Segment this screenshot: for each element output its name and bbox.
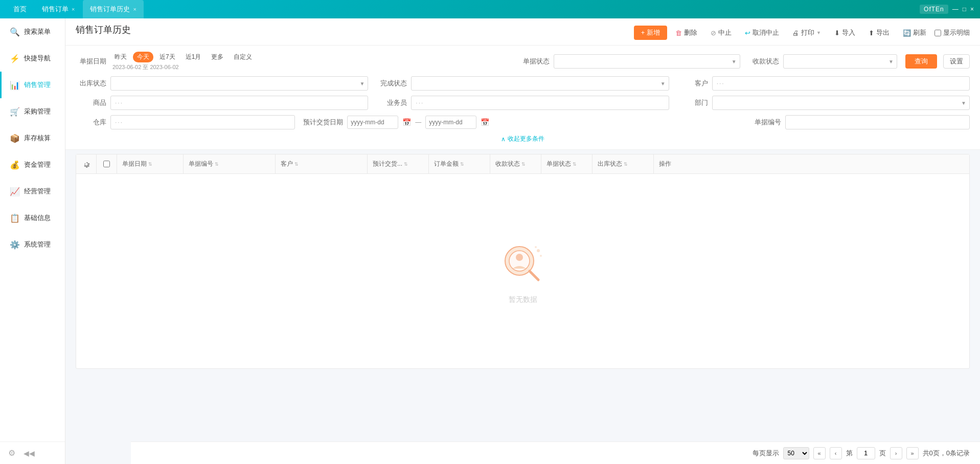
main-content: 销售订单历史 + 新增 🗑 删除 ⊘ 中止 ↩ 取消中止 🖨 xyxy=(65,18,980,464)
date-separator: — xyxy=(415,119,421,126)
page-suffix: 页 xyxy=(879,449,886,458)
delivery-date-to[interactable] xyxy=(425,116,476,129)
date-today-btn[interactable]: 今天 xyxy=(133,52,153,62)
complete-status-label: 完成状态 xyxy=(376,79,407,88)
warehouse-select[interactable]: ··· xyxy=(110,115,295,129)
collapse-button[interactable]: ∧ 收起更多条件 xyxy=(76,135,970,143)
sidebar-settings-icon[interactable]: ⚙ xyxy=(8,448,15,458)
tab-sales-order-history[interactable]: 销售订单历史 × xyxy=(83,0,143,18)
window-maximize[interactable]: □ xyxy=(963,6,966,13)
delete-button[interactable]: 🗑 删除 xyxy=(670,26,702,39)
th-no-sort: ⇅ xyxy=(215,162,219,167)
complete-status-select[interactable]: ▼ xyxy=(411,76,669,91)
customer-label: 客户 xyxy=(677,79,708,88)
print-button[interactable]: 🖨 打印 ▼ xyxy=(787,26,826,39)
new-button-label: + 新增 xyxy=(641,29,660,36)
sidebar-item-search[interactable]: 🔍 搜索菜单 xyxy=(0,18,65,45)
prev-page-button[interactable]: ‹ xyxy=(830,447,842,459)
settings-button[interactable]: 设置 xyxy=(943,54,970,69)
display-detail-checkbox[interactable]: 显示明细 xyxy=(935,28,970,37)
th-pay-status[interactable]: 收款状态 ⇅ xyxy=(490,154,541,173)
filter-warehouse-item: 仓库 ··· xyxy=(76,115,295,129)
sidebar-item-inventory[interactable]: 📦 库存核算 xyxy=(0,125,65,151)
customer-select[interactable]: ··· xyxy=(712,76,970,91)
th-delivery[interactable]: 预计交货... ⇅ xyxy=(368,154,429,173)
cancel-stop-button[interactable]: ↩ 取消中止 xyxy=(740,26,784,39)
date-label: 单据日期 xyxy=(76,57,106,66)
tab-sales-order[interactable]: 销售订单 × xyxy=(35,0,82,18)
page-label: 第 xyxy=(846,449,853,458)
next-page-icon: › xyxy=(895,450,897,456)
date-custom-btn[interactable]: 自定义 xyxy=(230,52,256,62)
sidebar-item-sales[interactable]: 📊 销售管理 xyxy=(0,72,65,98)
th-bill-status[interactable]: 单据状态 ⇅ xyxy=(541,154,592,173)
refresh-button[interactable]: 🔄 刷新 xyxy=(898,26,931,39)
th-checkbox[interactable] xyxy=(97,154,117,173)
date-yesterday-btn[interactable]: 昨天 xyxy=(110,52,131,62)
date-more-btn[interactable]: 更多 xyxy=(207,52,227,62)
collapse-label: 收起更多条件 xyxy=(508,135,544,143)
table-header: 单据日期 ⇅ 单据编号 ⇅ 客户 ⇅ 预计交货... ⇅ 订单金额 ⇅ 收款状态… xyxy=(76,154,969,174)
th-out-status[interactable]: 出库状态 ⇅ xyxy=(592,154,654,173)
warehouse-label: 仓库 xyxy=(76,118,106,127)
out-status-select[interactable]: ▼ xyxy=(110,76,368,91)
sidebar-item-nav[interactable]: ⚡ 快捷导航 xyxy=(0,45,65,72)
date-7days-btn[interactable]: 近7天 xyxy=(155,52,179,62)
th-settings[interactable] xyxy=(76,154,97,173)
window-minimize[interactable]: — xyxy=(952,6,959,13)
export-button[interactable]: ⬆ 导出 xyxy=(863,26,895,39)
sidebar-item-base[interactable]: 📋 基础信息 xyxy=(0,205,65,231)
out-status-chevron: ▼ xyxy=(359,81,364,86)
base-icon: 📋 xyxy=(10,213,20,223)
calendar-icon-from[interactable]: 📅 xyxy=(402,118,411,126)
goods-select[interactable]: ··· xyxy=(110,96,368,110)
sidebar-collapse-icon[interactable]: ◀◀ xyxy=(24,449,35,457)
sidebar-item-system-label: 系统管理 xyxy=(24,240,51,249)
sidebar-item-operation-label: 经营管理 xyxy=(24,187,51,196)
first-page-button[interactable]: « xyxy=(813,447,826,459)
bill-status-label: 单据状态 xyxy=(519,57,550,66)
import-button[interactable]: ⬇ 导入 xyxy=(829,26,860,39)
th-out-status-sort: ⇅ xyxy=(624,162,628,167)
bill-status-select[interactable]: ▼ xyxy=(554,54,740,69)
th-amount[interactable]: 订单金额 ⇅ xyxy=(429,154,490,173)
svg-point-4 xyxy=(537,249,540,252)
th-customer[interactable]: 客户 ⇅ xyxy=(276,154,368,173)
page-input[interactable] xyxy=(857,447,875,459)
sidebar-item-purchase[interactable]: 🛒 采购管理 xyxy=(0,98,65,125)
tab-sales-order-close[interactable]: × xyxy=(72,6,75,12)
department-select[interactable]: ▼ xyxy=(712,96,970,110)
select-all-checkbox[interactable] xyxy=(103,161,110,167)
filter-pay-status-item: 收款状态 ▼ 查询 设置 xyxy=(748,54,970,69)
delete-label: 删除 xyxy=(684,28,697,37)
table-container: 单据日期 ⇅ 单据编号 ⇅ 客户 ⇅ 预计交货... ⇅ 订单金额 ⇅ 收款状态… xyxy=(76,154,970,369)
stop-button[interactable]: ⊘ 中止 xyxy=(705,26,737,39)
filter-date-item: 单据日期 昨天 今天 近7天 近1月 更多 自定义 2023-06-02 至 2… xyxy=(76,52,519,71)
last-page-button[interactable]: » xyxy=(906,447,919,459)
bill-no-input[interactable] xyxy=(785,115,970,129)
dept-chevron: ▼ xyxy=(961,100,966,106)
th-pay-status-sort: ⇅ xyxy=(521,162,526,167)
date-1month-btn[interactable]: 近1月 xyxy=(181,52,206,62)
per-page-select[interactable]: 10 20 50 100 xyxy=(783,447,809,459)
salesperson-select[interactable]: ··· xyxy=(411,96,669,110)
tab-sales-order-history-label: 销售订单历史 xyxy=(90,5,130,14)
th-date[interactable]: 单据日期 ⇅ xyxy=(117,154,184,173)
query-button[interactable]: 查询 xyxy=(905,54,937,69)
sidebar-item-operation[interactable]: 📈 经营管理 xyxy=(0,178,65,205)
delivery-date-from[interactable] xyxy=(347,116,398,129)
th-delivery-sort: ⇅ xyxy=(404,162,408,167)
sidebar-item-finance[interactable]: 💰 资金管理 xyxy=(0,151,65,178)
tab-home[interactable]: 首页 xyxy=(6,0,34,18)
th-no[interactable]: 单据编号 ⇅ xyxy=(184,154,276,173)
tab-sales-order-history-close[interactable]: × xyxy=(133,6,136,12)
calendar-icon-to[interactable]: 📅 xyxy=(481,118,489,126)
pay-status-select[interactable]: ▼ xyxy=(783,54,897,69)
th-date-sort: ⇅ xyxy=(148,162,152,167)
new-button[interactable]: + 新增 xyxy=(634,26,667,40)
empty-text: 暂无数据 xyxy=(509,295,537,304)
display-detail-input[interactable] xyxy=(935,30,941,36)
next-page-button[interactable]: › xyxy=(890,447,902,459)
sidebar-item-system[interactable]: ⚙️ 系统管理 xyxy=(0,231,65,258)
window-close[interactable]: × xyxy=(970,6,974,13)
